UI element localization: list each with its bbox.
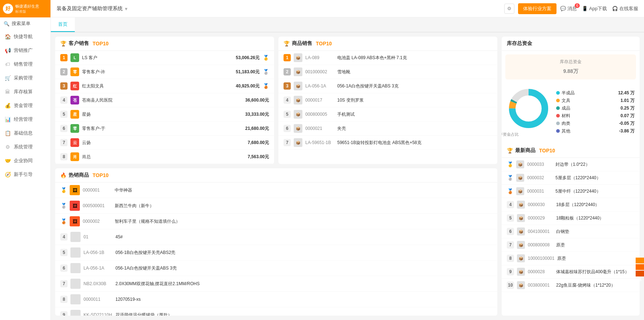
legend-name: 其他 xyxy=(556,128,619,134)
sidebar-item-快捷导航[interactable]: 🏠快捷导航 xyxy=(0,30,50,44)
rank-number: 5 xyxy=(60,111,68,118)
inventory-header: 库存总资金 xyxy=(502,37,640,51)
product-icon: 📦 xyxy=(517,241,525,249)
search-icon: 🔍 xyxy=(4,21,9,26)
customer-avatar: 星 xyxy=(70,110,79,119)
sidebar-item-新手引导[interactable]: 🧭新手引导 xyxy=(0,168,50,181)
product-name: 原垄 xyxy=(557,255,635,262)
medal-icon: 🥇 xyxy=(262,54,269,61)
product-rank-list: 1 📦 LA-089 电池盖 LA-089 ABS本色+黑种 7.1克 2 📦 … xyxy=(278,51,497,150)
sidebar-search[interactable]: 🔍 搜索菜单 xyxy=(0,17,50,30)
product-name: 10S 变刑罗浆 xyxy=(337,97,492,103)
customer-rank-card: 🏆 客户销售TOP10 1 L LS 客户 53,006.26元 🥇 2 零 零… xyxy=(55,37,274,164)
product-code: LA-089 xyxy=(305,55,334,60)
nav-icon: 🏷 xyxy=(4,61,11,67)
sidebar-item-企业协同[interactable]: 🤝企业协同 xyxy=(0,154,50,168)
product-code: 0000017 xyxy=(305,98,334,103)
product-name: 电池盖 LA-089 ABS本色+黑种 7.1克 xyxy=(337,55,492,61)
hot-product-item: 6 LA-056-1A 056-1A白色按键开关盖ABS 3壳 xyxy=(55,260,497,276)
logo-text: 畅捷通好生意 标准版 xyxy=(15,4,39,13)
customer-name: 零售客户-许 xyxy=(82,69,233,75)
product-name: 2.0X30MM双摆花轴,摆花直径2.1MM/ROHS xyxy=(115,281,492,287)
product-name: 封边带（1.0*22） xyxy=(555,161,635,168)
nav-label: 快捷导航 xyxy=(14,33,33,40)
legend-item: 成品 0.25 万 xyxy=(556,104,635,112)
medal-icon: 🥇 xyxy=(507,161,513,168)
mobile-icon: 📱 xyxy=(582,6,588,11)
sidebar-item-经营管理[interactable]: 📊经营管理 xyxy=(0,112,50,126)
product-code: 0000028 xyxy=(528,269,553,274)
customer-rank-item: 7 云 云扬 7,680.00元 xyxy=(55,136,274,150)
rank-number: 4 xyxy=(507,201,514,208)
rank-number: 4 xyxy=(60,233,68,241)
rank-number: 4 xyxy=(60,97,68,104)
rank-number: 5 xyxy=(284,111,291,118)
legend-dot xyxy=(556,99,560,102)
sidebar-item-采购管理[interactable]: 🛒采购管理 xyxy=(0,71,50,85)
legend-dot xyxy=(556,129,560,133)
medal-icon: 🥉 xyxy=(262,83,269,89)
product-name: 45# xyxy=(115,234,492,239)
newest-products-header: 🏆 最新商品TOP10 xyxy=(502,144,640,158)
sidebar-item-基础信息[interactable]: 📋基础信息 xyxy=(0,126,50,140)
customer-rank-header: 🏆 客户销售TOP10 xyxy=(55,37,274,51)
product-name: 夹壳 xyxy=(337,126,492,132)
legend-value: 0.07 万 xyxy=(620,113,635,119)
customer-name: LS 客户 xyxy=(82,55,233,61)
sidebar-item-库存核算[interactable]: 🏛库存核算 xyxy=(0,85,50,99)
product-thumbnail xyxy=(70,279,81,289)
trial-button[interactable]: 体验行业方案 xyxy=(518,3,557,14)
system-name: 装备及固定资产辅助管理系统 ▾ xyxy=(57,5,501,12)
legend-name: 半成品 xyxy=(556,90,618,96)
customer-avatar: L xyxy=(70,53,79,62)
customer-value: 33,333.00元 xyxy=(245,111,269,118)
product-name: 白钢垫 xyxy=(556,229,635,235)
settings-gear-icon[interactable]: ⚙ xyxy=(504,4,514,14)
nav-icon: 🤝 xyxy=(4,157,11,164)
legend-name: 肉类 xyxy=(556,120,619,127)
rank-number: 2 xyxy=(284,68,291,75)
messages-button[interactable]: 💬 消息 6 xyxy=(560,5,577,12)
product-icon: 📦 xyxy=(517,281,525,289)
product-icon: 📦 xyxy=(294,96,302,104)
product-icon: 📦 xyxy=(294,124,302,133)
sidebar-item-销售管理[interactable]: 🏷销售管理 xyxy=(0,57,50,71)
app-download-button[interactable]: 📱 App下载 xyxy=(582,5,607,12)
service-community-button[interactable]: 服务社区 xyxy=(636,264,644,270)
hot-product-item: 9 KK-SD22110H 花语萌值温分暖罐袋（厚款） xyxy=(55,307,497,316)
rank-number: 8 xyxy=(60,153,68,160)
sidebar-item-资金管理[interactable]: 💰资金管理 xyxy=(0,99,50,112)
rank-number: 6 xyxy=(60,125,68,132)
product-code: 0000002 xyxy=(83,219,112,224)
rank-number: 6 xyxy=(507,228,514,235)
product-code: 01 xyxy=(83,234,113,239)
legend-name: 成品 xyxy=(556,105,620,111)
sidebar-item-系统管理[interactable]: ⚙系统管理 xyxy=(0,140,50,154)
legend-value: 12.45 万 xyxy=(618,90,635,96)
online-service-button[interactable]: 🎧 在线客服 xyxy=(612,5,638,12)
hot-product-item: 🥉 🖼 0000002 智利车子里（规格不知道填什么） xyxy=(55,214,497,229)
tab-home[interactable]: 首页 xyxy=(51,17,75,32)
nav-icon: 📊 xyxy=(4,116,11,123)
legend-value: 0.25 万 xyxy=(620,105,635,111)
product-thumbnail: 🖼 xyxy=(70,185,80,195)
hot-product-item: 🥈 🖼 000500001 新西兰牛肉（新牛） xyxy=(55,198,497,214)
product-name: 056-1B白色按键开关壳ABS2壳 xyxy=(115,250,492,256)
product-icon: 📦 xyxy=(294,53,302,62)
product-name: 新西兰牛肉（新牛） xyxy=(115,203,492,209)
newest-products-list: 🥇 📦 0000033 封边带（1.0*22） 🥈 📦 0000032 5厘多层… xyxy=(502,158,640,292)
nav-label: 企业协同 xyxy=(14,157,33,164)
chevron-down-icon[interactable]: ▾ xyxy=(125,6,127,12)
newest-product-item: 9 📦 0000028 体城嘉枝味苏打饮品400毫升（1*15） xyxy=(502,265,640,279)
product-rank-item: 5 📦 000800005 手机测试 xyxy=(278,107,497,122)
inventory-legend: 半成品 12.45 万 文具 1.01 万 成品 0.25 万 材料 0.07 … xyxy=(556,89,635,135)
rank-number: 5 xyxy=(507,214,514,222)
logo-icon: 好 xyxy=(3,4,13,14)
product-name: 18多层（1220*2440） xyxy=(556,202,635,208)
newest-product-item: 🥈 📦 0000032 5厘多层（1220*2440） xyxy=(502,171,640,185)
sidebar: 好 畅捷通好生意 标准版 🔍 搜索菜单 🏠快捷导航📢营销推广🏷销售管理🛒采购管理… xyxy=(0,0,51,320)
customer-name: 红太阳文具 xyxy=(82,83,233,89)
sidebar-item-营销推广[interactable]: 📢营销推广 xyxy=(0,44,50,57)
cs-hotline-button[interactable]: 客服热线 xyxy=(636,258,644,263)
direct-button[interactable]: 直达 xyxy=(636,271,644,276)
